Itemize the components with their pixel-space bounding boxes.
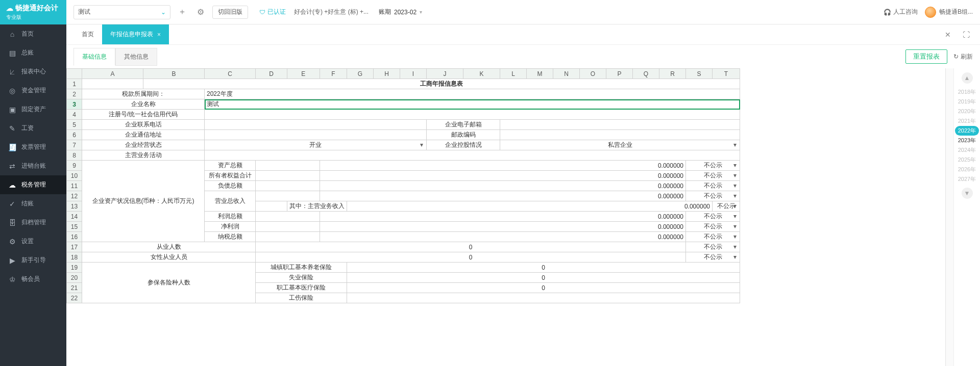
row-header[interactable]: 16 — [67, 232, 82, 242]
sidebar-item-4[interactable]: ▣固定资产 — [0, 100, 66, 119]
reset-report-button[interactable]: 重置报表 — [905, 49, 947, 64]
row-header[interactable]: 7 — [67, 140, 82, 150]
cell[interactable] — [256, 171, 320, 181]
publish-select[interactable]: 不公示 — [686, 222, 740, 232]
row-header[interactable]: 8 — [67, 150, 82, 161]
page-tab-1[interactable]: 年报信息申报表× — [102, 24, 169, 44]
cell[interactable] — [347, 293, 740, 303]
subtab-other[interactable]: 其他信息 — [115, 48, 157, 66]
year-item[interactable]: 2026年 — [955, 165, 979, 174]
sidebar-item-8[interactable]: ☁税务管理 — [0, 175, 66, 194]
row-header[interactable]: 14 — [67, 212, 82, 222]
cell[interactable] — [256, 191, 320, 201]
col-header[interactable]: P — [606, 69, 633, 79]
sidebar-item-3[interactable]: ◎资金管理 — [0, 81, 66, 100]
spreadsheet[interactable]: ABCDEFGHIJKLMNOPQRST1工商年报信息表2税款所属期间：2022… — [66, 68, 945, 366]
cell[interactable]: 0.000000 — [320, 212, 685, 222]
year-item[interactable]: 2027年 — [955, 174, 979, 184]
sidebar-item-2[interactable]: ⟀报表中心 — [0, 62, 66, 81]
year-item[interactable]: 2020年 — [955, 107, 979, 116]
cell[interactable]: 0 — [256, 252, 686, 263]
support-link[interactable]: 🎧人工咨询 — [884, 8, 918, 16]
col-header[interactable]: G — [347, 69, 374, 79]
row-header[interactable]: 11 — [67, 181, 82, 191]
row-header[interactable]: 2 — [67, 89, 82, 99]
add-button[interactable]: ＋ — [176, 6, 189, 19]
sidebar-item-10[interactable]: 🗄归档管理 — [0, 213, 66, 232]
col-header[interactable]: T — [713, 69, 740, 79]
publish-select[interactable]: 不公示 — [686, 161, 740, 171]
publish-select[interactable]: 不公示 — [686, 191, 740, 201]
row-header[interactable]: 5 — [67, 120, 82, 130]
row-header[interactable]: 22 — [67, 293, 82, 303]
sidebar-item-7[interactable]: ⇄进销台账 — [0, 156, 66, 175]
year-up-button[interactable]: ▲ — [962, 72, 973, 84]
year-down-button[interactable]: ▼ — [962, 188, 973, 199]
publish-select[interactable]: 不公示 — [686, 171, 740, 181]
col-header[interactable]: N — [553, 69, 580, 79]
col-header[interactable]: L — [500, 69, 527, 79]
cell[interactable] — [205, 130, 427, 140]
row-header[interactable]: 6 — [67, 130, 82, 140]
switch-old-button[interactable]: 切回旧版 — [212, 6, 248, 19]
col-header[interactable]: A — [82, 69, 143, 79]
cell[interactable]: 0 — [256, 242, 686, 252]
sidebar-item-12[interactable]: ▶新手引导 — [0, 251, 66, 270]
publish-select[interactable]: 不公示 — [686, 252, 740, 263]
page-tab-0[interactable]: 首页 — [74, 24, 102, 44]
cell[interactable]: 0.000000 — [347, 201, 713, 212]
publish-select[interactable]: 不公示 — [686, 181, 740, 191]
row-header[interactable]: 18 — [67, 252, 82, 263]
business-status-select[interactable]: 开业 — [205, 140, 427, 150]
row-header[interactable]: 10 — [67, 171, 82, 181]
col-header[interactable]: D — [256, 69, 287, 79]
cell[interactable]: 0.000000 — [320, 222, 685, 232]
company-select[interactable]: 测试 ⌄ — [74, 5, 170, 19]
year-item[interactable]: 2023年 — [955, 136, 979, 145]
year-item[interactable]: 2021年 — [955, 116, 979, 126]
col-header[interactable]: J — [427, 69, 463, 79]
cell[interactable]: 0 — [347, 263, 740, 273]
cell[interactable] — [256, 181, 320, 191]
user-menu[interactable]: 畅捷通B组... — [925, 7, 973, 18]
holding-select[interactable]: 私营企业 — [500, 140, 740, 150]
company-name-value[interactable]: 测试 — [205, 99, 740, 110]
sidebar-item-5[interactable]: ✎工资 — [0, 119, 66, 138]
cell[interactable]: 0 — [347, 273, 740, 283]
tax-period-value[interactable]: 2022年度 — [205, 89, 740, 99]
refresh-button[interactable]: ↻ 刷新 — [953, 53, 973, 61]
col-header[interactable]: F — [320, 69, 347, 79]
row-header[interactable]: 17 — [67, 242, 82, 252]
year-item[interactable]: 2022年 — [955, 126, 979, 136]
sidebar-item-11[interactable]: ⚙设置 — [0, 232, 66, 251]
sidebar-item-6[interactable]: 🧾发票管理 — [0, 138, 66, 156]
year-item[interactable]: 2018年 — [955, 87, 979, 97]
sidebar-item-9[interactable]: ✓结账 — [0, 194, 66, 213]
subtab-basic[interactable]: 基础信息 — [74, 48, 115, 66]
col-header[interactable]: B — [143, 69, 205, 79]
row-header[interactable]: 1 — [67, 79, 82, 89]
cell[interactable] — [205, 120, 427, 130]
publish-select[interactable]: 不公示 — [713, 201, 740, 212]
cell[interactable]: 0.000000 — [320, 191, 685, 201]
col-header[interactable]: S — [686, 69, 713, 79]
cell[interactable] — [82, 79, 143, 89]
row-header[interactable]: 15 — [67, 222, 82, 232]
col-header[interactable]: K — [463, 69, 500, 79]
settings-button[interactable]: ⚙ — [194, 6, 207, 19]
publish-select[interactable]: 不公示 — [686, 212, 740, 222]
col-header[interactable]: R — [659, 69, 686, 79]
cell[interactable] — [256, 222, 320, 232]
col-header[interactable]: Q — [633, 69, 659, 79]
cell[interactable]: 0.000000 — [320, 181, 685, 191]
col-header[interactable]: I — [400, 69, 427, 79]
col-header[interactable]: M — [527, 69, 553, 79]
cell[interactable] — [205, 110, 740, 120]
cell[interactable] — [256, 212, 320, 222]
col-header[interactable] — [67, 69, 82, 79]
row-header[interactable]: 4 — [67, 110, 82, 120]
col-header[interactable]: C — [205, 69, 256, 79]
sidebar-item-1[interactable]: ▤总账 — [0, 43, 66, 62]
cell[interactable]: 0.000000 — [320, 232, 685, 242]
publish-select[interactable]: 不公示 — [686, 232, 740, 242]
